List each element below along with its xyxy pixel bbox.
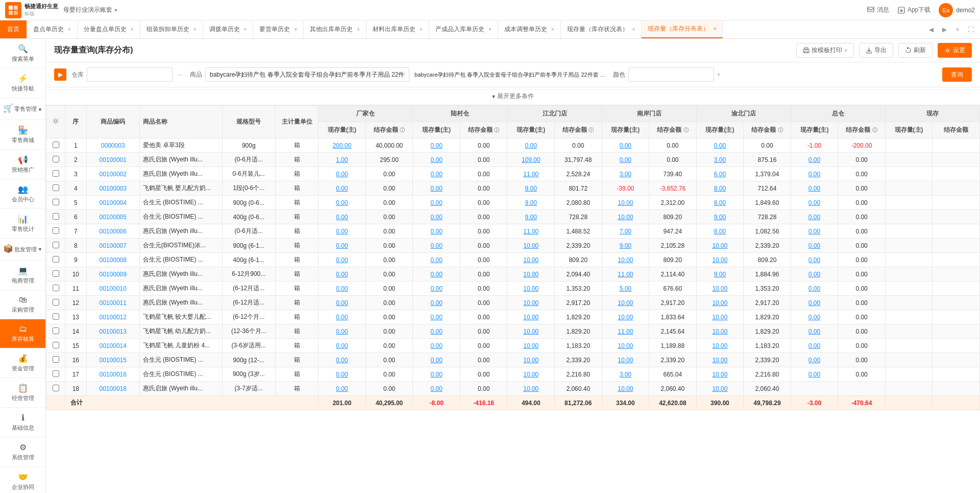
- table-cell-extra: [885, 267, 933, 281]
- lmc-info-icon[interactable]: ⓘ: [494, 127, 499, 133]
- table-cell-amt: 0.00: [365, 296, 413, 310]
- tab-material-out[interactable]: 材料出库单历史×: [366, 20, 429, 38]
- table-cell-check[interactable]: [46, 181, 65, 196]
- tab-stock-status[interactable]: 现存量（库存状况表）×: [561, 20, 642, 38]
- sidebar-item-system[interactable]: ⚙ 系统管理: [0, 437, 45, 467]
- tab-assembly[interactable]: 组装拆卸单历史×: [140, 20, 203, 38]
- table-cell-spec: 900g (0-6...: [222, 196, 275, 210]
- logo-text: 畅捷通好生意 标版: [24, 3, 58, 17]
- table-cell-amt: 2,105.28: [649, 239, 697, 253]
- tab-close-button[interactable]: ×: [951, 24, 964, 36]
- goods-input[interactable]: [205, 67, 409, 82]
- th-total-qty: 现存量(主): [791, 122, 838, 138]
- table-cell-check[interactable]: [46, 167, 65, 181]
- tab-inventory-check[interactable]: 盘点单历史×: [27, 20, 78, 38]
- tab-stock-distribution[interactable]: 现存量（库存分布表）×: [642, 20, 723, 38]
- table-cell-qty: 10.00: [507, 239, 555, 253]
- print-button[interactable]: 按模板打印 ▾: [796, 43, 854, 58]
- table-cell-check[interactable]: [46, 310, 65, 324]
- table-cell-amt: 2,312.00: [649, 196, 697, 210]
- color-input[interactable]: [628, 67, 714, 82]
- user-menu[interactable]: Ea demo2: [939, 3, 975, 17]
- tab-other-out[interactable]: 其他出库单历史×: [304, 20, 366, 38]
- tab-partial-inventory[interactable]: 分量盘点单历史×: [78, 20, 140, 38]
- tab-next-button[interactable]: ▶: [938, 24, 950, 36]
- th-cjc-qty: 现存量(主): [318, 122, 366, 138]
- table-cell-check[interactable]: [46, 196, 65, 210]
- tab-transfer[interactable]: 调拨单历史×: [203, 20, 254, 38]
- table-wrap[interactable]: 序 商品编码 商品名称 规格型号 主计量单位 厂家仓 陆村仓 江北门店 南岸门店…: [46, 105, 980, 493]
- tab-prev-button[interactable]: ◀: [925, 24, 937, 36]
- th-settings[interactable]: [46, 106, 65, 138]
- sidebar-item-marketing[interactable]: 📢 营销推广: [0, 150, 45, 179]
- sidebar-item-inventory[interactable]: 🗂 库存核算: [0, 319, 45, 348]
- tab-goods-order[interactable]: 要货单历史×: [253, 20, 304, 38]
- account-dropdown[interactable]: 母婴行业演示账套 ▾: [63, 6, 117, 14]
- sidebar-item-search[interactable]: 🔍 搜索英单: [0, 39, 45, 68]
- summary-cell-qty: -3.00: [791, 396, 838, 410]
- table-cell-amt: 0.00: [365, 210, 413, 224]
- table-cell-unit: 箱: [275, 239, 318, 253]
- sidebar-item-quicknav[interactable]: ⚡ 快捷导航: [0, 68, 45, 98]
- color-dropdown-icon[interactable]: ▾: [717, 71, 720, 78]
- sidebar-item-members[interactable]: 👥 会员中心: [0, 179, 45, 209]
- filter-area: ▶ 仓库 ··· 商品 babycare孕妇待产包 春季入院全套母子组合孕妇产前…: [46, 62, 980, 87]
- sidebar-item-business[interactable]: 📋 经营管理: [0, 378, 45, 408]
- sidebar-item-wholesale[interactable]: 📦 批发管理 ▼: [0, 239, 45, 261]
- jbmd-info-icon[interactable]: ⓘ: [589, 127, 594, 133]
- table-cell-no: 16: [65, 353, 87, 367]
- nand-info-icon[interactable]: ⓘ: [683, 127, 689, 133]
- sidebar-item-ecommerce[interactable]: 💻 电商管理: [0, 261, 45, 290]
- total-info-icon[interactable]: ⓘ: [872, 127, 877, 133]
- warehouse-dots[interactable]: ···: [176, 71, 185, 78]
- warehouse-filter: 仓库 ···: [71, 67, 185, 82]
- table-cell-unit: 箱: [275, 353, 318, 367]
- sidebar-item-finance[interactable]: 💰 资金管理: [0, 348, 45, 378]
- table-cell-qty: 200.00: [318, 138, 366, 153]
- sidebar-item-collab[interactable]: 🤝 企业协同: [0, 467, 45, 493]
- table-cell-code: 00100005: [86, 210, 139, 224]
- table-cell-check[interactable]: [46, 239, 65, 253]
- table-cell-check[interactable]: [46, 267, 65, 281]
- tab-product-in[interactable]: 产成品入库单历史×: [429, 20, 498, 38]
- refresh-button[interactable]: 刷新: [898, 43, 933, 58]
- table-cell-check[interactable]: [46, 324, 65, 339]
- filter-expand-button[interactable]: ▶: [54, 68, 66, 81]
- app-download-button[interactable]: App下载: [897, 6, 930, 14]
- table-cell-spec: 900g (6-1...: [222, 239, 275, 253]
- table-cell-name: 合生元(BIOSTIME)浓...: [139, 239, 222, 253]
- expand-more-button[interactable]: ▾ 展开更多条件: [46, 89, 980, 103]
- table-cell-no: 13: [65, 310, 87, 324]
- zbmd-info-icon[interactable]: ⓘ: [778, 127, 783, 133]
- sidebar-item-retail-stats[interactable]: 📊 零售统计: [0, 209, 45, 239]
- table-cell-amt: 0.00: [555, 138, 602, 153]
- export-button[interactable]: 导出: [859, 43, 893, 58]
- tab-expand-button[interactable]: ⛶: [965, 24, 977, 36]
- sidebar-item-purchase[interactable]: 🛍 采购管理: [0, 290, 45, 319]
- sidebar-item-retail-mgmt[interactable]: 🛒 零售管理 ▲: [0, 98, 45, 120]
- settings-button[interactable]: 设置: [938, 43, 972, 58]
- table-cell-check[interactable]: [46, 339, 65, 353]
- table-cell-check[interactable]: [46, 353, 65, 367]
- tab-home[interactable]: 首页: [0, 20, 27, 38]
- sidebar-item-basic-info[interactable]: ℹ 基础信息: [0, 408, 45, 437]
- table-cell-check[interactable]: [46, 281, 65, 296]
- table-cell-check[interactable]: [46, 153, 65, 167]
- table-cell-extra: [885, 210, 933, 224]
- table-cell-check[interactable]: [46, 224, 65, 239]
- tab-cost-adjust[interactable]: 成本调整单历史×: [498, 20, 561, 38]
- warehouse-input[interactable]: [87, 67, 173, 82]
- table-cell-check[interactable]: [46, 138, 65, 153]
- cjc-info-icon[interactable]: ⓘ: [400, 127, 405, 133]
- purchase-icon: 🛍: [3, 295, 42, 304]
- table-cell-check[interactable]: [46, 382, 65, 396]
- sidebar-item-retail-shop[interactable]: 🏪 零售商城: [0, 120, 45, 150]
- table-cell-qty: 0.00: [413, 138, 460, 153]
- table-cell-check[interactable]: [46, 253, 65, 267]
- query-button[interactable]: 查询: [942, 67, 972, 82]
- table-cell-check[interactable]: [46, 210, 65, 224]
- table-cell-check[interactable]: [46, 367, 65, 382]
- table-cell-check[interactable]: [46, 296, 65, 310]
- msg-button[interactable]: 消息: [867, 6, 889, 14]
- table-cell-extra: [885, 339, 933, 353]
